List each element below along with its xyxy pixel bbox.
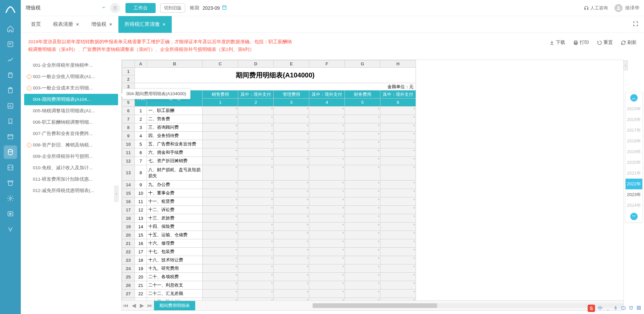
cell[interactable]: * [274, 115, 309, 123]
form-list-item[interactable]: 009-企业所得税弥补亏损明... [24, 151, 118, 162]
nav-video-icon[interactable] [4, 207, 17, 221]
cell[interactable]: 二十一、利息收支 [147, 281, 203, 290]
cell[interactable]: * [203, 115, 238, 123]
hscroll-thumb[interactable] [313, 303, 437, 308]
cell[interactable]: * [345, 206, 380, 214]
cell[interactable]: * [309, 231, 345, 239]
cell[interactable]: * [345, 157, 380, 165]
sheet-first-button[interactable]: ⏮ [122, 302, 130, 310]
cell[interactable]: * [309, 206, 345, 214]
col-header[interactable]: H [380, 60, 416, 68]
row-header[interactable]: 14 [122, 181, 135, 189]
tab[interactable]: 首页 [25, 16, 47, 33]
cell[interactable]: * [203, 157, 238, 165]
nav-home-icon[interactable] [4, 22, 17, 36]
row-header[interactable]: 27 [122, 290, 135, 298]
cell[interactable]: 二十三、现金折扣 [147, 298, 203, 301]
cell[interactable]: * [380, 165, 416, 181]
nav-window-icon[interactable] [4, 130, 17, 143]
cell[interactable]: * [238, 298, 274, 301]
cell[interactable]: * [345, 231, 380, 239]
cell[interactable]: * [309, 148, 345, 157]
cell[interactable]: * [203, 123, 238, 132]
workbench-button[interactable]: 工作台 [125, 3, 156, 13]
reset-button[interactable]: 重置 [597, 40, 613, 46]
cell[interactable]: * [380, 248, 416, 256]
cell[interactable]: 二十二、汇兑差额 [147, 290, 203, 298]
cell[interactable]: * [345, 248, 380, 256]
cell[interactable]: * [309, 165, 345, 181]
ime-punct-icon[interactable]: ， [605, 305, 610, 312]
close-icon[interactable]: ✕ [162, 22, 166, 27]
cell[interactable]: 期间费用明细表(A104000) [135, 68, 416, 83]
cell[interactable]: 12 [135, 206, 147, 214]
cell[interactable]: 七、资产折旧摊销费 [147, 157, 203, 165]
cell[interactable]: * [309, 298, 345, 301]
row-header[interactable]: 12 [122, 157, 135, 165]
cell[interactable]: * [203, 256, 238, 264]
year-item[interactable]: 2023年 [626, 189, 642, 200]
cell[interactable]: 十、董事会费 [147, 189, 203, 197]
ime-lang[interactable]: 中 [598, 305, 603, 312]
cell[interactable]: 二、劳务费 [147, 115, 203, 123]
cell[interactable]: * [238, 148, 274, 157]
ime-tools-icon[interactable] [636, 305, 641, 311]
cell[interactable]: * [380, 115, 416, 123]
cell[interactable]: * [238, 107, 274, 115]
cell[interactable]: 6 [380, 99, 416, 107]
cell[interactable]: * [274, 165, 309, 181]
cell[interactable]: * [345, 140, 380, 148]
cell[interactable]: 15 [135, 231, 147, 239]
cell[interactable]: * [203, 290, 238, 298]
cell[interactable]: 五、广告费和业务宣传费 [147, 140, 203, 148]
cell[interactable]: * [380, 197, 416, 206]
cell[interactable]: * [238, 123, 274, 132]
cell[interactable]: * [309, 189, 345, 197]
cell[interactable]: 4 [135, 132, 147, 140]
cell[interactable]: * [309, 123, 345, 132]
cell[interactable]: * [238, 197, 274, 206]
cell[interactable]: 十七、包装费 [147, 248, 203, 256]
cell[interactable]: 4 [309, 99, 345, 107]
cell[interactable]: * [380, 206, 416, 214]
cell[interactable]: * [380, 273, 416, 281]
cell[interactable]: * [238, 181, 274, 189]
cell[interactable]: * [274, 290, 309, 298]
refresh-button[interactable]: 刷新 [621, 40, 637, 46]
hscroll-track[interactable] [313, 303, 624, 308]
cell[interactable]: * [345, 239, 380, 248]
nav-transfer-icon[interactable] [4, 161, 17, 174]
cell[interactable]: * [309, 181, 345, 189]
cell[interactable]: 14 [135, 223, 147, 231]
cell[interactable]: 二十、各项税费 [147, 273, 203, 281]
ime-logo[interactable]: S [588, 305, 595, 312]
nav-settings-icon[interactable] [4, 192, 17, 205]
form-list-item[interactable]: !003-一般企业成本支出明细... [24, 82, 118, 94]
cell[interactable]: * [274, 223, 309, 231]
cell[interactable]: 2 [238, 99, 274, 107]
row-header[interactable]: 11 [122, 148, 135, 157]
form-list-item[interactable]: !002-一般企业收入明细表(A1... [24, 71, 118, 82]
row-header[interactable]: 19 [122, 223, 135, 231]
collapse-handle[interactable]: ‹ [114, 185, 119, 202]
ime-mic-icon[interactable] [613, 305, 618, 311]
nav-chart-icon[interactable] [4, 53, 17, 66]
cell[interactable]: * [203, 273, 238, 281]
user-menu[interactable]: 徐泽华 [614, 4, 639, 12]
cell[interactable]: 8 [135, 165, 147, 181]
row-header[interactable]: 23 [122, 256, 135, 264]
cell[interactable]: * [274, 157, 309, 165]
cell[interactable]: * [203, 264, 238, 273]
row-header[interactable]: 28 [122, 298, 135, 301]
cell[interactable]: 9 [135, 181, 147, 189]
cell[interactable]: * [203, 148, 238, 157]
nav-money-icon[interactable] [4, 68, 17, 82]
cell[interactable]: * [309, 264, 345, 273]
cell[interactable]: * [203, 107, 238, 115]
cell[interactable]: 四、业务招待费 [147, 132, 203, 140]
col-header[interactable]: D [238, 60, 274, 68]
row-header[interactable]: 13 [122, 165, 135, 181]
row-header[interactable]: 7 [122, 115, 135, 123]
cell[interactable]: * [345, 165, 380, 181]
nav-report-icon[interactable] [4, 99, 17, 113]
